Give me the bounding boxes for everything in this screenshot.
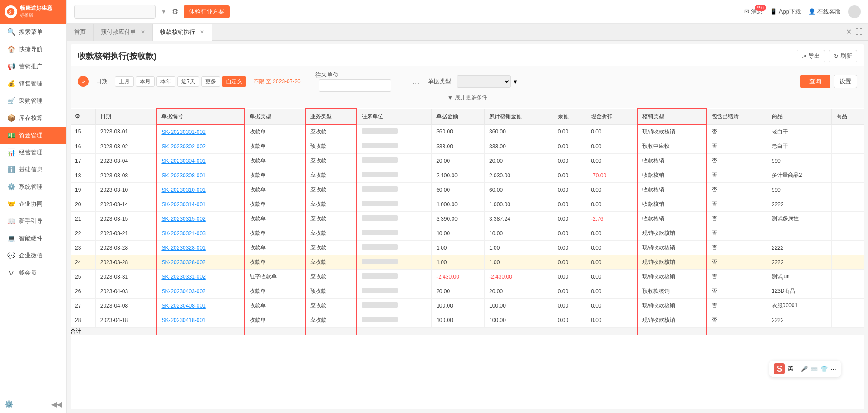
cell-discount: 0.00: [586, 154, 637, 168]
cell-goods2: [831, 197, 864, 212]
cell-biz-type: 应收款: [305, 154, 357, 168]
bill-no-link[interactable]: SK-20230418-001: [161, 317, 205, 323]
export-btn[interactable]: ↗ 导出: [797, 50, 825, 62]
toolbar-keyboard-icon[interactable]: ⌨️: [811, 366, 818, 372]
expand-filter-btn[interactable]: ▼ 展开更多条件: [78, 92, 857, 103]
sidebar-item-hardware[interactable]: 💻智能硬件: [0, 230, 66, 247]
collapse-icon[interactable]: ◀◀: [51, 400, 62, 408]
cell-no: 22: [71, 226, 95, 241]
bill-no-link[interactable]: SK-20230331-002: [161, 274, 205, 280]
date-btn-7days[interactable]: 近7天: [177, 76, 199, 87]
sidebar-item-wechat[interactable]: 💬企业微信: [0, 247, 66, 264]
sidebar-item-sales[interactable]: 💰销售管理: [0, 75, 66, 92]
sidebar-item-system[interactable]: ⚙️系统管理: [0, 178, 66, 195]
sidebar-item-quick[interactable]: 🏠快捷导航: [0, 41, 66, 58]
sidebar-item-marketing[interactable]: 📢营销推广: [0, 58, 66, 75]
cell-cancel-type: 现销收款核销: [637, 313, 707, 328]
cell-goods2: [831, 241, 864, 255]
bill-no-link[interactable]: SK-20230408-001: [161, 303, 205, 309]
svg-text:6: 6: [9, 9, 11, 14]
bill-no-link[interactable]: SK-20230302-002: [161, 143, 205, 150]
sidebar-label-hardware: 智能硬件: [19, 234, 42, 242]
cell-date: 2023-03-28: [95, 255, 156, 270]
cell-balance: 0.00: [553, 197, 586, 212]
date-btn-custom[interactable]: 自定义: [222, 76, 246, 87]
purchase-icon: 🛒: [7, 97, 15, 105]
sidebar-item-inventory[interactable]: 📦库存核算: [0, 109, 66, 127]
filter-toggle-btn[interactable]: »: [78, 76, 89, 87]
date-btn-this-year[interactable]: 本年: [156, 76, 175, 87]
page-header-actions: ↗ 导出 ↻ 刷新: [797, 50, 857, 62]
sidebar-item-member[interactable]: V畅会员: [0, 264, 66, 281]
topbar-gear-icon[interactable]: ⚙: [172, 7, 178, 16]
tab-close-all-icon[interactable]: ✕: [846, 28, 852, 36]
cell-included: 否: [707, 168, 767, 183]
sidebar-item-enterprise[interactable]: 🤝企业协同: [0, 195, 66, 213]
toolbar-mic-icon[interactable]: 🎤: [801, 366, 808, 372]
type-filter-select[interactable]: [457, 75, 511, 88]
col-settings[interactable]: ⚙: [71, 109, 95, 124]
sidebar-item-basic[interactable]: ℹ️基础信息: [0, 161, 66, 178]
footer-label: 合计: [71, 328, 156, 336]
industry-btn[interactable]: 体验行业方案: [184, 5, 230, 18]
toolbar-shirt-icon[interactable]: 👕: [821, 366, 828, 372]
cell-no: 18: [71, 168, 95, 183]
refresh-btn[interactable]: ↻ 刷新: [829, 50, 857, 62]
toolbar-s-btn[interactable]: S: [774, 363, 785, 374]
bill-no-link[interactable]: SK-20230310-001: [161, 187, 205, 193]
bill-no-link[interactable]: SK-20230308-001: [161, 172, 205, 179]
bill-no-link[interactable]: SK-20230328-001: [161, 245, 205, 251]
date-btn-more[interactable]: 更多: [201, 76, 220, 87]
tab-prepay-close[interactable]: ✕: [141, 29, 145, 35]
toolbar-more-icon[interactable]: ⋯: [830, 366, 836, 372]
settings-icon[interactable]: ⚙️: [5, 400, 14, 408]
bill-no-link[interactable]: SK-20230315-002: [161, 216, 205, 222]
cell-discount: 0.00: [586, 139, 637, 154]
tab-home[interactable]: 首页: [67, 24, 94, 41]
tab-prepay[interactable]: 预付款应付单 ✕: [94, 24, 153, 41]
cell-unit: [357, 197, 432, 212]
app-download-label: App下载: [779, 8, 801, 16]
cell-accum: 20.00: [485, 284, 553, 299]
page-header: 收款核销执行(按收款) ↗ 导出 ↻ 刷新: [71, 44, 864, 66]
set-btn[interactable]: 设置: [834, 75, 857, 88]
tab-collection[interactable]: 收款核销执行 ✕: [153, 24, 212, 41]
online-service-action[interactable]: 👤 在线客服: [808, 8, 841, 16]
message-action[interactable]: ✉ 消息 99+: [744, 8, 763, 16]
refresh-label: 刷新: [840, 52, 852, 60]
cell-discount: -2.76: [586, 212, 637, 226]
sidebar-item-search[interactable]: 🔍搜索菜单: [0, 24, 66, 41]
date-btn-last-month[interactable]: 上月: [115, 76, 134, 87]
sidebar-label-guide: 新手引导: [19, 217, 42, 225]
date-btn-this-month[interactable]: 本月: [136, 76, 155, 87]
bill-no-link[interactable]: SK-20230301-002: [161, 129, 205, 135]
tab-maximize-icon[interactable]: ⛶: [855, 28, 863, 36]
cell-bill-type: 红字收款单: [245, 270, 305, 284]
sidebar-item-guide[interactable]: 📖新手引导: [0, 213, 66, 230]
bill-no-link[interactable]: SK-20230314-001: [161, 201, 205, 208]
user-avatar[interactable]: [848, 5, 861, 18]
table-row: 27 2023-04-08 SK-20230408-001 收款单 应收款 10…: [71, 299, 864, 313]
tab-collection-close[interactable]: ✕: [200, 29, 204, 35]
app-download-action[interactable]: 📱 App下载: [770, 8, 801, 16]
unit-filter-input[interactable]: [319, 79, 391, 92]
bill-no-link[interactable]: SK-20230304-001: [161, 158, 205, 164]
query-btn[interactable]: 查询: [800, 75, 830, 88]
date-filter-label: 日期: [96, 77, 108, 85]
cell-cancel-type: 收款核销: [637, 212, 707, 226]
cell-no: 25: [71, 270, 95, 284]
cell-cancel-type: 现销收款核销: [637, 299, 707, 313]
cell-cancel-type: 现销收款核销: [637, 241, 707, 255]
cell-balance: 0.00: [553, 299, 586, 313]
topbar-search-input[interactable]: [74, 5, 156, 19]
expand-label: 展开更多条件: [455, 94, 487, 101]
cell-bill-type: 收款单: [245, 183, 305, 197]
cell-biz-type: 应收款: [305, 212, 357, 226]
bill-no-link[interactable]: SK-20230403-002: [161, 288, 205, 294]
sidebar-item-operation[interactable]: 📊经营管理: [0, 144, 66, 161]
bill-no-link[interactable]: SK-20230328-002: [161, 259, 205, 266]
sidebar-item-purchase[interactable]: 🛒采购管理: [0, 92, 66, 109]
sidebar-item-finance[interactable]: 💵资金管理: [0, 127, 66, 144]
bill-no-link[interactable]: SK-20230321-003: [161, 230, 205, 237]
cell-cancel-type: 现销收款核销: [637, 270, 707, 284]
